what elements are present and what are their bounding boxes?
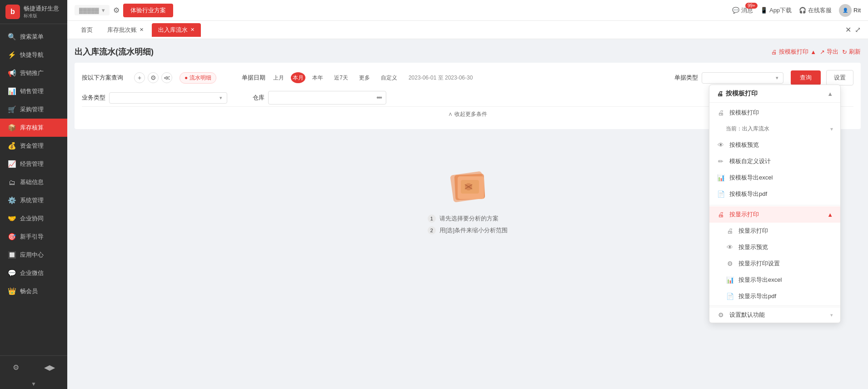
doc-type-select[interactable]: ▾ [702, 72, 783, 84]
sidebar-item-finance[interactable]: 💰 资金管理 [0, 137, 67, 155]
collapse-filter-btn[interactable]: ≪ [161, 72, 172, 83]
collapse-btn[interactable]: ◀▶ [41, 360, 58, 374]
sidebar-label-inventory: 库存核算 [20, 124, 44, 132]
printer-icon: 🖨 [771, 49, 777, 55]
topbar-user[interactable]: ▓▓▓▓▓ ▾ [75, 5, 110, 15]
sidebar-item-marketing[interactable]: 📢 营销推广 [0, 64, 67, 82]
sidebar-item-basic[interactable]: 🗂 基础信息 [0, 173, 67, 191]
dropdown-item-template-custom[interactable]: ✏ 模板自定义设计 [709, 153, 840, 170]
filter-actions: + ⚙ ≪ [134, 72, 172, 83]
inventory-icon: 📦 [7, 123, 16, 132]
message-btn[interactable]: 💬 消息 99+ [732, 6, 753, 15]
date-btn-custom[interactable]: 自定义 [377, 72, 401, 84]
sidebar-item-system[interactable]: ⚙️ 系统管理 [0, 191, 67, 209]
collapse-text: 收起更多条件 [454, 111, 487, 117]
footer-arrow[interactable]: ▾ [830, 312, 833, 318]
sidebar-item-purchase[interactable]: 🛒 采购管理 [0, 100, 67, 119]
dropdown-item-template-excel[interactable]: 📊 按模板导出excel [709, 170, 840, 186]
doc-type-arrow: ▾ [776, 75, 778, 81]
dropdown-item-template-print[interactable]: 🖨 按模板打印 [709, 105, 840, 121]
step-num-2: 2 [428, 226, 436, 234]
tab-flow-close[interactable]: ✕ [190, 27, 195, 33]
avatar: 👤 [839, 4, 852, 17]
dropdown-item-template-preview-label: 按模板预览 [729, 141, 759, 149]
trial-btn[interactable]: 体验行业方案 [123, 4, 173, 17]
settings-btn[interactable]: ⚙ [10, 360, 22, 374]
sub-arrow: ▾ [830, 126, 833, 132]
tab-home[interactable]: 首页 [75, 23, 99, 37]
empty-image [445, 162, 490, 207]
sidebar-item-search[interactable]: 🔍 搜索菜单 [0, 28, 67, 46]
main-area: ▓▓▓▓▓ ▾ ⚙ 体验行业方案 💬 消息 99+ 📱 App下载 🎧 [67, 0, 868, 389]
warehouse-more-icon[interactable]: ••• [376, 94, 381, 102]
sidebar-item-quick-nav[interactable]: ⚡ 快捷导航 [0, 46, 67, 64]
empty-step-2: 2 用[选]条件来缩小分析范围 [428, 226, 508, 234]
operation-icon: 📈 [7, 160, 16, 169]
sidebar-label-collab: 企业协同 [20, 214, 44, 223]
maximize-btn[interactable]: ⤢ [855, 25, 861, 34]
dropdown-item-display-preview[interactable]: 👁 按显示预览 [709, 239, 840, 255]
date-btn-last-month[interactable]: 上月 [269, 72, 288, 84]
dropdown-collapse-btn[interactable]: ▲ [827, 90, 833, 97]
sidebar-label-search: 搜索菜单 [20, 33, 44, 41]
sidebar-label-guide: 新手引导 [20, 233, 44, 241]
sidebar-item-operation[interactable]: 📈 经营管理 [0, 155, 67, 173]
sidebar-item-app-center[interactable]: 🔲 应用中心 [0, 246, 67, 264]
sidebar-scrollbar: ▼ [0, 379, 67, 389]
date-btn-this-month[interactable]: 本月 [291, 72, 305, 83]
export-btn[interactable]: ↗ 导出 [820, 48, 838, 56]
tab-flow-label: 出入库流水 [158, 26, 188, 34]
tab-flow[interactable]: 出入库流水 ✕ [152, 23, 201, 37]
logo-icon: b [5, 5, 20, 19]
template-print-btn[interactable]: 🖨 按模板打印 ▲ [771, 48, 816, 56]
filter-tag-label: 流水明细 [190, 74, 211, 82]
user-avatar-area[interactable]: 👤 Rit [839, 4, 861, 17]
sidebar-item-collab[interactable]: 🤝 企业协同 [0, 209, 67, 228]
dropdown-item-template-preview[interactable]: 👁 按模板预览 [709, 137, 840, 153]
tab-batch-label: 库存批次账 [107, 26, 137, 34]
tab-batch[interactable]: 库存批次账 ✕ [101, 23, 150, 37]
close-window-btn[interactable]: ✕ [845, 25, 851, 34]
tab-batch-close[interactable]: ✕ [140, 27, 144, 33]
wechat-icon: 💬 [7, 269, 16, 278]
date-btn-more[interactable]: 更多 [355, 72, 374, 84]
date-btn-7days[interactable]: 近7天 [330, 72, 352, 84]
setting-btn[interactable]: 设置 [826, 70, 853, 85]
refresh-btn[interactable]: ↻ 刷新 [842, 48, 861, 56]
refresh-icon: ↻ [842, 49, 847, 55]
phone-icon: 📱 [760, 7, 768, 14]
scroll-down-arrow[interactable]: ▼ [31, 381, 36, 387]
gear-icon[interactable]: ⚙ [113, 6, 120, 15]
dropdown-item-current[interactable]: 当前：出入库流水 ▾ [709, 121, 840, 137]
sidebar-label-quick-nav: 快捷导航 [20, 51, 44, 59]
headset-icon: 🎧 [799, 7, 806, 14]
app-download-btn[interactable]: 📱 App下载 [760, 6, 792, 15]
edit-filter-btn[interactable]: ⚙ [148, 72, 159, 83]
dropdown-item-template-pdf[interactable]: 📄 按模板导出pdf [709, 186, 840, 202]
query-btns: 查询 设置 [791, 70, 853, 85]
topbar: ▓▓▓▓▓ ▾ ⚙ 体验行业方案 💬 消息 99+ 📱 App下载 🎧 [67, 0, 868, 21]
biz-type-select[interactable]: ▾ [109, 92, 227, 104]
dropdown-item-display-excel[interactable]: 📊 按显示导出excel [709, 272, 840, 288]
purchase-icon: 🛒 [7, 105, 16, 114]
warehouse-select[interactable]: ••• [268, 91, 386, 105]
add-filter-btn[interactable]: + [134, 72, 145, 83]
sidebar-item-member[interactable]: 👑 畅会员 [0, 282, 67, 300]
display-collapse-icon: ▲ [827, 211, 833, 218]
display-print-icon: 🖨 [717, 210, 725, 219]
step-2-text: 用[选]条件来缩小分析范围 [439, 226, 508, 234]
marketing-icon: 📢 [7, 69, 16, 78]
sidebar-item-inventory[interactable]: 📦 库存核算 [0, 119, 67, 137]
service-btn[interactable]: 🎧 在线客服 [799, 6, 832, 15]
dropdown-item-display-pdf[interactable]: 📄 按显示导出pdf [709, 288, 840, 304]
sidebar-item-sales[interactable]: 📊 销售管理 [0, 82, 67, 100]
dropdown-item-display-print-header[interactable]: 🖨 按显示打印 ▲ [709, 206, 840, 223]
sidebar-item-wechat[interactable]: 💬 企业微信 [0, 264, 67, 282]
sidebar-item-guide[interactable]: 🎯 新手引导 [0, 228, 67, 246]
dropdown-item-set-default[interactable]: ⚙ 设置默认功能 [717, 311, 830, 319]
dropdown-item-display-print-setting[interactable]: ⚙ 按显示打印设置 [709, 255, 840, 272]
dropdown-item-display-print[interactable]: 🖨 按显示打印 [709, 223, 840, 239]
window-controls: ✕ ⤢ [845, 25, 861, 34]
date-btn-this-year[interactable]: 本年 [308, 72, 327, 84]
query-btn[interactable]: 查询 [791, 70, 821, 85]
